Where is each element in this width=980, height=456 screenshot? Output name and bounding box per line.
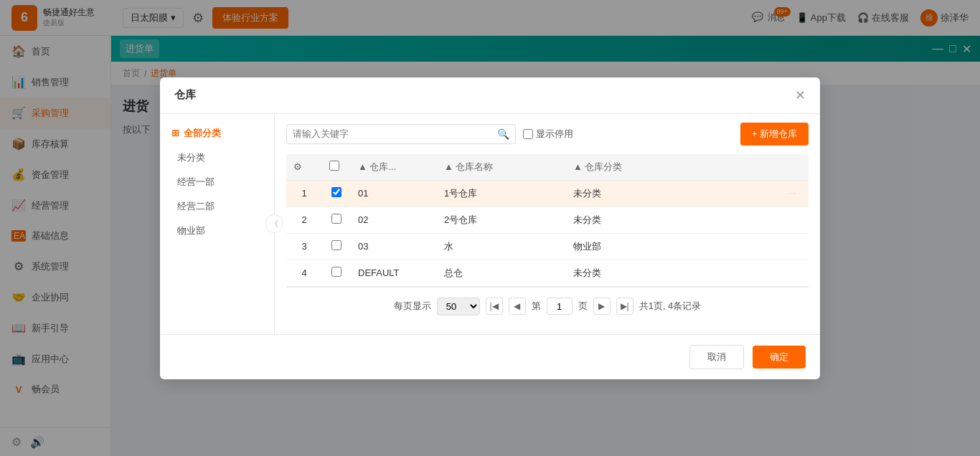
- table-row[interactable]: 2 02 2号仓库 未分类: [286, 206, 809, 233]
- modal-toolbar: 🔍 显示停用 + 新增仓库: [286, 123, 809, 146]
- row-checkbox[interactable]: [331, 187, 341, 197]
- row-checkbox-cell[interactable]: [322, 260, 351, 286]
- col-header-code[interactable]: ▲ 仓库...: [351, 154, 437, 181]
- col-header-name[interactable]: ▲ 仓库名称: [437, 154, 566, 181]
- category-item-property[interactable]: 物业部: [160, 219, 274, 243]
- row-name: 总仓: [437, 260, 566, 286]
- page-number-input[interactable]: [547, 298, 573, 315]
- prev-page-button[interactable]: ◀: [509, 298, 526, 315]
- modal-footer: 取消 确定: [160, 334, 820, 379]
- row-category: 未分类···: [566, 180, 809, 206]
- row-num: 3: [286, 233, 322, 260]
- row-name: 1号仓库: [437, 180, 566, 206]
- last-page-button[interactable]: ▶|: [616, 298, 633, 315]
- modal-header: 仓库 ✕: [160, 77, 820, 114]
- table-body: 1 01 1号仓库 未分类··· 2 02 2号仓库 未分类 3 03 水 物业…: [286, 180, 809, 286]
- table-container: ⚙ ▲ 仓库... ▲ 仓库名称 ▲ 仓库分类: [286, 154, 809, 287]
- modal-body: ⊞ 全部分类 未分类 经营一部 经营二部 物业部 《 🔍: [160, 114, 820, 334]
- row-category: 物业部: [566, 233, 809, 260]
- col-header-category[interactable]: ▲ 仓库分类: [566, 154, 809, 181]
- warehouse-modal: 仓库 ✕ ⊞ 全部分类 未分类 经营一部 经营二部 物业部 《: [160, 77, 820, 379]
- search-input[interactable]: [293, 128, 493, 139]
- category-sidebar: ⊞ 全部分类 未分类 经营一部 经营二部 物业部 《: [160, 114, 275, 334]
- row-checkbox-cell[interactable]: [322, 180, 351, 206]
- category-all[interactable]: ⊞ 全部分类: [160, 121, 274, 146]
- page-summary: 共1页, 4条记录: [639, 300, 702, 313]
- per-page-select[interactable]: 10 20 50 100: [437, 298, 480, 315]
- row-num: 4: [286, 260, 322, 286]
- row-code: 02: [351, 206, 437, 233]
- table-row[interactable]: 4 DEFAULT 总仓 未分类: [286, 260, 809, 286]
- row-name: 水: [437, 233, 566, 260]
- cancel-button[interactable]: 取消: [689, 345, 744, 369]
- row-checkbox[interactable]: [331, 240, 341, 250]
- row-checkbox[interactable]: [331, 214, 341, 224]
- category-grid-icon: ⊞: [171, 128, 179, 138]
- row-checkbox-cell[interactable]: [322, 206, 351, 233]
- modal-content-area: 🔍 显示停用 + 新增仓库 ⚙: [275, 114, 820, 334]
- modal-title: 仓库: [174, 88, 196, 102]
- select-all-checkbox[interactable]: [329, 161, 339, 171]
- table-row[interactable]: 3 03 水 物业部: [286, 233, 809, 260]
- col-header-gear[interactable]: ⚙: [286, 154, 322, 181]
- table-row[interactable]: 1 01 1号仓库 未分类···: [286, 180, 809, 206]
- show-disabled-checkbox[interactable]: [523, 129, 533, 139]
- per-page-label: 每页显示: [394, 300, 431, 313]
- table-header: ⚙ ▲ 仓库... ▲ 仓库名称 ▲ 仓库分类: [286, 154, 809, 181]
- row-num: 2: [286, 206, 322, 233]
- collapse-sidebar-button[interactable]: 《: [265, 214, 283, 233]
- row-code: 01: [351, 180, 437, 206]
- page-suffix: 页: [578, 300, 588, 313]
- first-page-button[interactable]: |◀: [486, 298, 503, 315]
- col-header-check[interactable]: [322, 154, 351, 181]
- row-num: 1: [286, 180, 322, 206]
- row-checkbox[interactable]: [331, 267, 341, 277]
- show-disabled-label[interactable]: 显示停用: [523, 128, 573, 141]
- row-name: 2号仓库: [437, 206, 566, 233]
- search-box: 🔍: [286, 124, 516, 144]
- row-checkbox-cell[interactable]: [322, 233, 351, 260]
- category-item-ops2[interactable]: 经营二部: [160, 194, 274, 219]
- modal-overlay: 仓库 ✕ ⊞ 全部分类 未分类 经营一部 经营二部 物业部 《: [0, 0, 980, 456]
- modal-close-button[interactable]: ✕: [795, 87, 806, 103]
- row-code: DEFAULT: [351, 260, 437, 286]
- search-icon[interactable]: 🔍: [497, 128, 509, 140]
- modal-pagination: 每页显示 10 20 50 100 |◀ ◀ 第 页 ▶ ▶| 共1页, 4条记…: [286, 287, 809, 326]
- warehouse-table: ⚙ ▲ 仓库... ▲ 仓库名称 ▲ 仓库分类: [286, 154, 809, 287]
- row-category: 未分类: [566, 206, 809, 233]
- category-item-ops1[interactable]: 经营一部: [160, 170, 274, 194]
- row-code: 03: [351, 233, 437, 260]
- row-category: 未分类: [566, 260, 809, 286]
- confirm-button[interactable]: 确定: [753, 346, 806, 369]
- page-label: 第: [532, 300, 541, 313]
- category-item-unclassified[interactable]: 未分类: [160, 146, 274, 170]
- add-warehouse-button[interactable]: + 新增仓库: [740, 123, 809, 146]
- next-page-button[interactable]: ▶: [593, 298, 611, 315]
